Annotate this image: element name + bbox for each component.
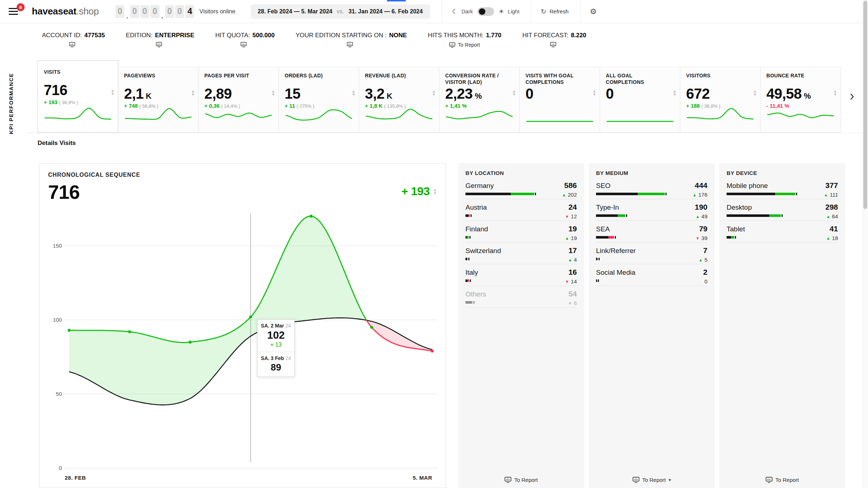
breakdown-panel: BY MEDIUM SEO 444 ▲ 176 Type-In 190 ▲ 49… <box>589 163 715 488</box>
breakdown-row[interactable]: Mobile phone 377 ▲ 111 <box>727 177 838 199</box>
breakdown-row[interactable]: Germany 586 ▲ 202 <box>465 177 577 199</box>
sort-down-icon: ▼ <box>271 93 275 96</box>
breakdown-row-name: Type-In <box>596 204 707 211</box>
sort-arrows[interactable]: ▲ ▼ <box>433 188 437 195</box>
kpi-card[interactable]: REVENUE (LAD) 3,2 K + 1,8 K ( 135,8% ) ▲… <box>359 67 439 133</box>
kpi-card[interactable]: VISITORS 672 + 188 ( 38,8% ) ▲ ▼ <box>680 67 761 133</box>
tab-details-visits[interactable]: Details Visits <box>38 140 76 146</box>
loading-indicator <box>387 0 406 1</box>
to-report-link[interactable]: To Report ▾ <box>589 477 715 483</box>
sort-arrows[interactable]: ▲ ▼ <box>191 90 195 96</box>
kpi-card-title: CONVERSION RATE / VISITOR (LAD) <box>445 72 514 86</box>
kpi-card-value: 15 <box>285 86 353 102</box>
to-report-link[interactable]: To Report ▾ <box>719 477 845 483</box>
sort-arrows[interactable]: ▲ ▼ <box>432 90 436 96</box>
refresh-button[interactable]: ↻ Refresh <box>541 8 569 16</box>
breakdown-row-bar <box>465 214 538 217</box>
kpi-card[interactable]: PAGEVIEWS 2,1 K + 748 ( 56,6% ) ▲ ▼ <box>118 67 199 133</box>
account-info-label: EDITION: <box>126 32 153 39</box>
breakdown-row[interactable]: Social Media 2 0 <box>596 264 707 286</box>
breakdown-row-delta: ▼ 12 <box>565 213 577 219</box>
breakdown-row[interactable]: SEA 79 ▼ 39 <box>596 221 707 243</box>
breakdown-row-value: 7 <box>703 246 707 255</box>
account-info-value: 8.220 <box>571 32 587 39</box>
kpi-scroll-right-button[interactable]: › <box>850 89 854 103</box>
sort-arrows[interactable]: ▲ ▼ <box>352 90 356 96</box>
settings-button[interactable]: ⚙ <box>590 7 597 16</box>
breakdown-row[interactable]: Others 54 ▼ 6 <box>465 286 577 308</box>
to-report-link[interactable] <box>42 42 105 47</box>
to-report-link[interactable]: To Report ▾ <box>458 477 584 483</box>
scrollbar-thumb[interactable] <box>863 1 867 209</box>
breakdown-panel-title: BY MEDIUM <box>596 170 707 176</box>
breakdown-row-value: 54 <box>569 290 577 298</box>
breakdown-row[interactable]: Desktop 298 ▲ 64 <box>727 199 838 221</box>
chronological-sequence-chart[interactable]: 05010015028. FEB5. MAR <box>48 203 438 485</box>
to-report-link[interactable]: To Report <box>428 42 501 48</box>
breakdown-panel: BY DEVICE Mobile phone 377 ▲ 111 Desktop… <box>719 163 845 488</box>
kpi-card-value: 2,89 <box>204 86 273 102</box>
account-info-item: ACCOUNT ID:477535 <box>42 32 105 47</box>
kpi-sparkline <box>525 104 594 124</box>
kpi-card[interactable]: VISITS WITH GOAL COMPLETIONS 0 ▲ ▼ <box>519 67 600 133</box>
sort-arrows[interactable]: ▲ ▼ <box>673 90 677 96</box>
kpi-card-title: PAGES PER VISIT <box>204 72 273 86</box>
breakdown-row-name: Desktop <box>727 204 838 211</box>
tabbar: Details Visits <box>26 133 868 155</box>
breakdown-row-bar <box>465 193 538 195</box>
breakdown-row-delta: ▲ 49 <box>695 213 707 219</box>
kpi-card[interactable]: BOUNCE RATE 49,58 % - 11,41 % ▲ ▼ <box>760 67 841 133</box>
main-content: CHRONOLOGICAL SEQUENCE 716 + 193 ▲ ▼ 050… <box>26 163 868 488</box>
kpi-sparkline <box>445 104 514 124</box>
breakdown-row[interactable]: Austria 24 ▼ 12 <box>465 199 577 221</box>
breakdown-row-name: SEA <box>596 225 707 233</box>
delta-arrow-icon: ▲ <box>693 193 697 197</box>
sort-arrows[interactable]: ▲ ▼ <box>833 90 837 96</box>
to-report-link[interactable] <box>295 42 407 47</box>
breakdown-row[interactable]: Switzerland 17 ▲ 4 <box>465 243 577 264</box>
sort-down-icon: ▼ <box>512 93 516 96</box>
breakdown-row-delta: ▲ 176 <box>693 192 707 198</box>
to-report-label: To Report <box>458 42 480 48</box>
kpi-card[interactable]: ORDERS (LAD) 15 + 11 ( 275% ) ▲ ▼ <box>278 67 359 133</box>
sort-arrows[interactable]: ▲ ▼ <box>512 90 516 96</box>
breakdown-row-name: Link/Referrer <box>596 247 707 255</box>
to-report-link[interactable] <box>215 42 275 47</box>
kpi-card-unit: K <box>146 91 152 101</box>
breakdown-row[interactable]: Finland 19 ▲ 19 <box>465 221 577 243</box>
account-info-label: HIT QUOTA: <box>215 32 250 39</box>
kpi-card[interactable]: PAGES PER VISIT 2,89 + 0,36 ( 14,4% ) ▲ … <box>198 67 279 133</box>
to-report-link[interactable] <box>522 42 586 47</box>
kpi-card[interactable]: VISITS 716 + 193 ( 36,9% ) ▲ ▼ <box>38 60 118 133</box>
sort-arrows[interactable]: ▲ ▼ <box>753 90 757 96</box>
chronological-sequence-panel: CHRONOLOGICAL SEQUENCE 716 + 193 ▲ ▼ 050… <box>39 163 446 488</box>
tooltip-current-section: SA. 2 Mar 24 102 + 13 <box>258 320 294 352</box>
menu-button[interactable]: 6 <box>9 8 20 15</box>
to-report-label: To Report <box>514 477 538 483</box>
breakdown-rows: SEO 444 ▲ 176 Type-In 190 ▲ 49 SEA 79 ▼ … <box>596 177 707 286</box>
to-report-link[interactable] <box>126 42 194 47</box>
breakdown-row[interactable]: SEO 444 ▲ 176 <box>596 177 707 199</box>
sort-arrows[interactable]: ▲ ▼ <box>271 90 275 96</box>
kpi-card[interactable]: CONVERSION RATE / VISITOR (LAD) 2,23 % +… <box>439 67 520 133</box>
breakdown-row[interactable]: Type-In 190 ▲ 49 <box>596 199 707 221</box>
visitor-counter-digits: 0.000.004 <box>115 5 194 18</box>
sort-arrows[interactable]: ▲ ▼ <box>111 89 115 95</box>
kpi-sparkline <box>605 104 675 124</box>
breakdown-row-value: 17 <box>569 246 577 255</box>
breakdown-row-name: Others <box>465 290 577 298</box>
refresh-icon: ↻ <box>541 8 546 16</box>
breakdown-row[interactable]: Italy 16 ▼ 14 <box>465 264 577 286</box>
theme-switch[interactable] <box>477 7 494 16</box>
date-range-picker[interactable]: 28. Feb 2024 — 5. Mar 2024 vs. 31. Jan 2… <box>251 4 430 19</box>
breakdown-row-value: 190 <box>695 203 707 211</box>
breakdown-row-value: 377 <box>825 181 838 190</box>
kpi-card[interactable]: ALL GOAL COMPLETIONS 0 ▲ ▼ <box>600 67 680 133</box>
sort-arrows[interactable]: ▲ ▼ <box>592 90 596 96</box>
logo-text-bold: haveaseat <box>32 6 76 17</box>
visitor-counter-digit: 0 <box>130 5 139 18</box>
breakdown-panel-title: BY LOCATION <box>465 170 577 176</box>
breakdown-row[interactable]: Tablet 41 ▲ 18 <box>727 221 838 243</box>
logo[interactable]: haveaseat.shop <box>32 6 99 17</box>
breakdown-row[interactable]: Link/Referrer 7 ▲ 5 <box>596 243 707 264</box>
